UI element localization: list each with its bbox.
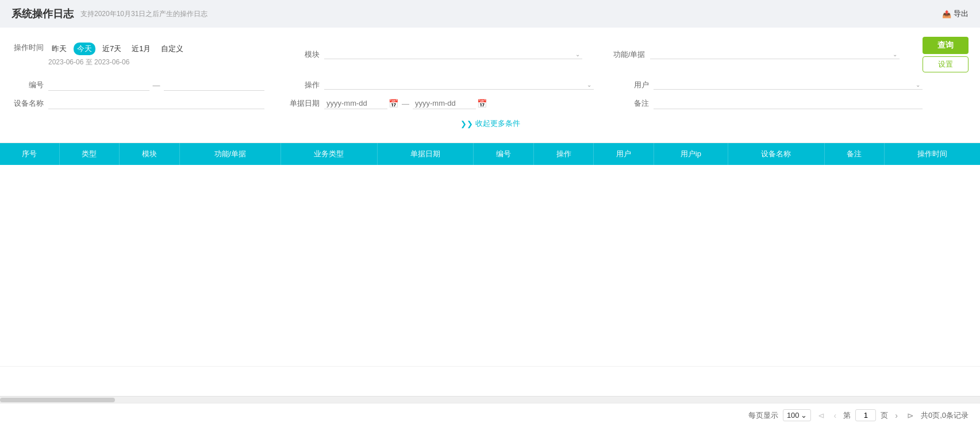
module-select[interactable]: ⌄ [324, 50, 582, 59]
user-dropdown-icon: ⌄ [916, 82, 920, 88]
col-user: 用户 [594, 143, 654, 165]
time-btn-yesterday[interactable]: 昨天 [48, 43, 70, 55]
calendar-start-icon[interactable]: 📅 [389, 99, 398, 108]
table-body [0, 165, 980, 366]
col-function: 功能/单据 [179, 143, 280, 165]
number-label: 编号 [11, 80, 44, 90]
horizontal-scrollbar[interactable] [0, 396, 980, 403]
page-title: 系统操作日志 [11, 7, 74, 21]
data-table: 序号 类型 模块 功能/单据 业务类型 单据日期 编号 操作 用户 用户ip 设… [0, 143, 980, 367]
calendar-end-icon[interactable]: 📅 [477, 99, 487, 108]
voucher-date-end-input[interactable] [413, 98, 476, 109]
col-device-name: 设备名称 [728, 143, 824, 165]
time-range-text: 2023-06-06 至 2023-06-06 [48, 57, 187, 67]
user-select[interactable]: ⌄ [654, 80, 923, 90]
function-select[interactable]: ⌄ [650, 50, 900, 59]
total-info: 共0页,0条记录 [921, 410, 969, 421]
collapse-icon: ❯❯ [460, 120, 473, 128]
table-header-row: 序号 类型 模块 功能/单据 业务类型 单据日期 编号 操作 用户 用户ip 设… [0, 143, 980, 165]
col-remark: 备注 [824, 143, 884, 165]
pagination: 每页显示 100 ⌄ ⊲ ‹ 第 页 › ⊳ 共0页,0条记录 [0, 403, 980, 427]
time-filter: 操作时间 昨天 今天 近7天 近1月 自定义 2023-06-06 至 2023… [11, 43, 264, 67]
query-button[interactable]: 查询 [923, 37, 969, 54]
time-btn-1month[interactable]: 近1月 [128, 43, 154, 55]
remark-label: 备注 [617, 98, 649, 109]
per-page-dropdown-icon: ⌄ [801, 411, 807, 420]
collapse-label: 收起更多条件 [475, 118, 520, 129]
time-btn-custom[interactable]: 自定义 [157, 43, 187, 55]
table-wrapper: 序号 类型 模块 功能/单据 业务类型 单据日期 编号 操作 用户 用户ip 设… [0, 143, 980, 396]
voucher-date-label: 单据日期 [287, 98, 320, 109]
remark-input[interactable] [654, 98, 923, 109]
time-label: 操作时间 [11, 43, 44, 53]
number-dash: — [153, 81, 160, 90]
operation-label: 操作 [287, 80, 320, 90]
col-number: 编号 [474, 143, 533, 165]
user-label: 用户 [617, 80, 649, 90]
per-page-value: 100 [787, 411, 800, 420]
filter-area: 操作时间 昨天 今天 近7天 近1月 自定义 2023-06-06 至 2023… [0, 28, 980, 143]
collapse-button[interactable]: ❯❯ 收起更多条件 [460, 118, 520, 129]
device-label: 设备名称 [11, 98, 44, 109]
voucher-date-start-input[interactable] [324, 98, 387, 109]
export-icon: 📤 [942, 10, 951, 18]
page-next-button[interactable]: › [893, 410, 900, 421]
setting-button[interactable]: 设置 [923, 56, 969, 72]
page-number-input[interactable] [855, 409, 876, 421]
page-prev-button[interactable]: ‹ [832, 410, 839, 421]
col-voucher-date: 单据日期 [377, 143, 474, 165]
number-start-input[interactable] [48, 79, 149, 91]
col-sequence: 序号 [0, 143, 59, 165]
export-button[interactable]: 📤 导出 [942, 9, 969, 19]
per-page-label: 每页显示 [748, 410, 778, 421]
col-module: 模块 [120, 143, 179, 165]
col-user-ip: 用户ip [654, 143, 728, 165]
col-type: 类型 [59, 143, 119, 165]
page-subtitle: 支持2020年10月31日之后产生的操作日志 [80, 9, 207, 19]
scrollbar-thumb[interactable] [0, 398, 115, 402]
col-business-type: 业务类型 [281, 143, 378, 165]
page-first-button[interactable]: ⊲ [816, 410, 827, 421]
function-dropdown-icon: ⌄ [893, 51, 897, 57]
col-operation-time: 操作时间 [884, 143, 980, 165]
page-unit: 页 [881, 410, 888, 421]
module-label: 模块 [287, 49, 320, 60]
col-operation: 操作 [533, 143, 593, 165]
page-last-button[interactable]: ⊳ [905, 410, 916, 421]
time-btn-7days[interactable]: 近7天 [99, 43, 125, 55]
per-page-select[interactable]: 100 ⌄ [783, 409, 811, 421]
function-label: 功能/单据 [605, 49, 645, 60]
page-label: 第 [843, 410, 851, 421]
operation-select[interactable]: ⌄ [324, 80, 594, 90]
number-end-input[interactable] [164, 79, 265, 91]
voucher-date-dash: — [402, 99, 409, 108]
time-btn-today[interactable]: 今天 [74, 43, 95, 55]
device-input[interactable] [48, 98, 264, 109]
export-label: 导出 [954, 9, 969, 19]
operation-dropdown-icon: ⌄ [587, 82, 591, 88]
module-dropdown-icon: ⌄ [575, 51, 580, 57]
